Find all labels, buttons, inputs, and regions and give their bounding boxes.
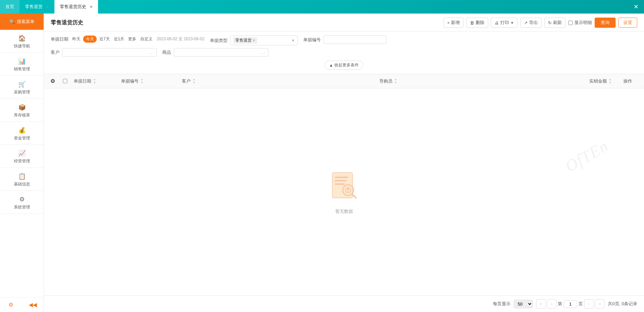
display-detail-toggle[interactable]: 显示明细 xyxy=(568,20,592,26)
go-to-unit: 页 xyxy=(578,301,583,307)
sidebar-item-purchase[interactable]: 🛒 采购管理 xyxy=(0,76,44,99)
select-all-input[interactable] xyxy=(63,79,67,83)
svg-rect-3 xyxy=(335,183,345,185)
bill-type-select[interactable]: 零售退货 ✕ ▼ xyxy=(230,36,298,45)
bill-no-label: 单据编号 xyxy=(303,37,321,43)
sidebar-item-quick-nav[interactable]: 🏠 快捷导航 xyxy=(0,30,44,53)
shortcut-1month[interactable]: 近1月 xyxy=(113,36,126,43)
empty-icon xyxy=(324,169,364,203)
bill-type-filter-group: 单据类型 零售退货 ✕ ▼ xyxy=(210,36,298,45)
th-amount[interactable]: 实销金额 ▲▼ xyxy=(574,78,614,84)
tab-home[interactable]: 首页 xyxy=(0,0,20,14)
tab-retail-return-history-close[interactable]: ✕ xyxy=(90,5,93,9)
sidebar-audio-button[interactable]: ◀◀ xyxy=(22,297,44,312)
page-input[interactable] xyxy=(564,300,577,308)
sidebar-search-label: 搜索菜单 xyxy=(17,19,34,25)
collapse-icon: ▲ xyxy=(329,63,333,68)
goods-filter-group: 商品 … xyxy=(162,48,268,57)
goods-label: 商品 xyxy=(162,49,171,55)
sidebar-item-basic-info-label: 基础信息 xyxy=(14,181,30,187)
shortcut-7days[interactable]: 近7天 xyxy=(98,36,111,43)
delete-icon: 🗑 xyxy=(470,20,474,25)
new-button[interactable]: + 新增 xyxy=(444,18,464,28)
customer-input[interactable]: … xyxy=(62,48,157,57)
finance-icon: 💰 xyxy=(18,127,26,134)
page-title-row: 零售退货历史 + 新增 🗑 删除 🖨 打印 ▼ xyxy=(51,18,637,28)
bill-no-input[interactable] xyxy=(324,36,386,44)
bill-type-label: 单据类型 xyxy=(210,38,228,44)
page-size-select[interactable]: 50 10 20 100 xyxy=(514,300,533,308)
sidebar-item-operations[interactable]: 📈 经营管理 xyxy=(0,145,44,168)
sidebar-item-operations-label: 经营管理 xyxy=(14,158,30,164)
display-detail-label: 显示明细 xyxy=(574,20,592,26)
bill-type-tag: 零售退货 ✕ xyxy=(233,37,257,44)
query-button[interactable]: 查询 xyxy=(595,18,616,28)
print-label: 打印 xyxy=(500,20,509,26)
bill-type-tag-close[interactable]: ✕ xyxy=(253,39,255,42)
page-size-label: 每页显示 xyxy=(493,301,510,307)
tab-retail-return-history[interactable]: 零售退货历史 ✕ xyxy=(54,0,98,14)
th-date-sort[interactable]: ▲▼ xyxy=(93,78,96,84)
export-button[interactable]: ↗ 导出 xyxy=(520,18,542,28)
customer-placeholder: … xyxy=(149,50,154,55)
empty-text: 暂无数据 xyxy=(335,208,353,215)
th-billno[interactable]: 单据编号 ▲▼ xyxy=(118,78,179,84)
sidebar-item-quick-nav-label: 快捷导航 xyxy=(14,43,30,49)
th-billno-label: 单据编号 xyxy=(121,78,139,84)
th-guide[interactable]: 导购员 ▲▼ xyxy=(377,78,574,84)
sidebar-item-inventory[interactable]: 📦 库存核算 xyxy=(0,99,44,122)
shortcut-custom[interactable]: 自定义 xyxy=(139,36,154,43)
refresh-button[interactable]: ↻ 刷新 xyxy=(544,18,566,28)
tab-retail-return[interactable]: 零售退货 ✕ xyxy=(20,0,54,14)
print-dropdown-icon: ▼ xyxy=(510,21,514,25)
operations-icon: 📈 xyxy=(18,150,26,157)
prev-page-button[interactable]: ‹ xyxy=(547,299,556,309)
column-settings-button[interactable]: ⚙ xyxy=(47,78,59,84)
shortcut-more[interactable]: 更多 xyxy=(127,36,138,43)
date-shortcuts: 昨天 今天 近7天 近1月 更多 自定义 xyxy=(71,36,154,43)
shortcut-yesterday[interactable]: 昨天 xyxy=(71,36,82,43)
sidebar-settings-button[interactable]: ⚙ xyxy=(0,297,22,312)
go-to-label: 第 xyxy=(558,301,562,307)
print-button[interactable]: 🖨 打印 ▼ xyxy=(491,18,518,28)
date-filter-label: 单据日期 xyxy=(51,36,68,42)
th-amount-label: 实销金额 xyxy=(589,78,607,84)
next-page-button[interactable]: › xyxy=(584,299,594,309)
goods-placeholder: … xyxy=(261,50,265,55)
shortcut-today[interactable]: 今天 xyxy=(83,36,97,43)
sidebar-item-system[interactable]: ⚙ 系统管理 xyxy=(0,191,44,214)
sidebar-item-inventory-label: 库存核算 xyxy=(14,112,30,118)
bill-type-dropdown-icon: ▼ xyxy=(291,39,295,42)
bill-type-tag-value: 零售退货 xyxy=(235,38,252,43)
svg-rect-1 xyxy=(335,177,348,178)
th-billno-sort[interactable]: ▲▼ xyxy=(141,78,143,84)
th-customer[interactable]: 客户 ▲▼ xyxy=(179,78,377,84)
display-detail-checkbox[interactable] xyxy=(568,21,573,25)
sidebar-search[interactable]: 🔍 搜索菜单 xyxy=(0,14,44,30)
window-close-button[interactable]: ✕ xyxy=(628,3,644,10)
last-page-button[interactable]: » xyxy=(595,299,604,309)
tab-retail-return-label: 零售退货 xyxy=(25,4,43,10)
setting-button[interactable]: 设置 xyxy=(618,18,637,28)
select-all-checkbox[interactable] xyxy=(59,79,71,83)
collapse-filter-button[interactable]: ▲ 收起更多条件 xyxy=(325,61,363,70)
delete-button[interactable]: 🗑 删除 xyxy=(466,18,488,28)
collapse-label: 收起更多条件 xyxy=(334,62,359,68)
th-customer-sort[interactable]: ▲▼ xyxy=(193,78,195,84)
table-header: ⚙ 单据日期 ▲▼ 单据编号 ▲▼ 客户 ▲▼ 导购员 xyxy=(44,74,644,88)
new-icon: + xyxy=(447,20,450,25)
filter-row-2: 客户 … 商品 … xyxy=(51,48,637,57)
sidebar-item-sales[interactable]: 📊 销售管理 xyxy=(0,53,44,76)
tab-home-label: 首页 xyxy=(5,4,14,10)
goods-input[interactable]: … xyxy=(174,48,268,57)
first-page-button[interactable]: « xyxy=(536,299,546,309)
th-guide-sort[interactable]: ▲▼ xyxy=(395,78,397,84)
th-amount-sort[interactable]: ▲▼ xyxy=(609,78,612,84)
th-date[interactable]: 单据日期 ▲▼ xyxy=(71,78,118,84)
sidebar-item-finance[interactable]: 💰 资金管理 xyxy=(0,122,44,145)
sidebar-item-sales-label: 销售管理 xyxy=(14,66,30,72)
sales-icon: 📊 xyxy=(18,58,26,65)
sidebar-item-basic-info[interactable]: 📋 基础信息 xyxy=(0,168,44,191)
tab-retail-return-history-label: 零售退货历史 xyxy=(60,4,86,10)
tab-retail-return-close[interactable]: ✕ xyxy=(46,5,49,9)
